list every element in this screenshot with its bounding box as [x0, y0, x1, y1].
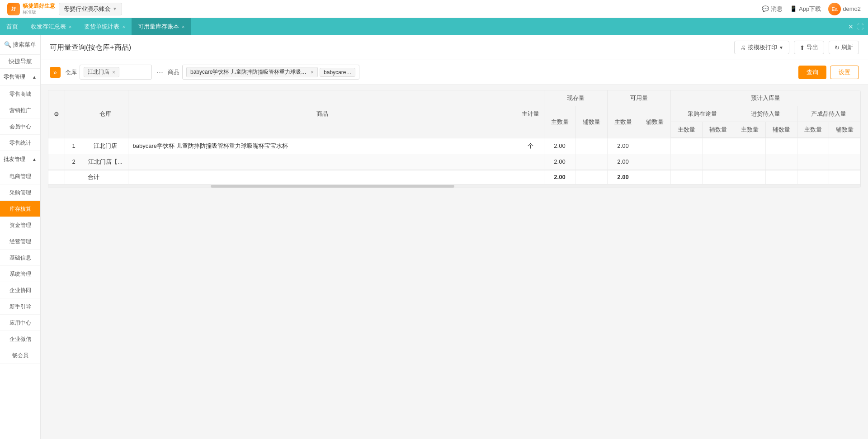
tab-home[interactable]: 首页	[0, 18, 24, 35]
sidebar-item-inventory-check[interactable]: 库存核算	[0, 201, 40, 217]
sidebar-item-finance[interactable]: 资金管理	[0, 217, 40, 233]
sidebar-item-purchase-mgmt[interactable]: 采购管理	[0, 184, 40, 201]
enterprise-wechat-label: 企业微信	[9, 335, 31, 343]
quick-nav-btn[interactable]: 快捷导航	[0, 55, 40, 69]
inventory-check-label: 库存核算	[9, 205, 31, 213]
th-stock-main: 主数量	[544, 106, 576, 138]
expand-icon[interactable]: ⛶	[857, 23, 863, 30]
sidebar-item-wholesale-mgmt[interactable]: 批发管理 ▲	[0, 151, 40, 168]
print-template-btn[interactable]: 🖨 按模板打印 ▼	[734, 41, 789, 54]
th-pur-transit: 采购在途量	[670, 106, 734, 122]
sidebar-item-marketing[interactable]: 营销推广	[0, 102, 40, 118]
arrow-icon: ▲	[32, 75, 37, 80]
app-download-btn[interactable]: 📱 App下载	[790, 5, 821, 13]
sidebar-item-retail-mall[interactable]: 零售商城	[0, 86, 40, 102]
th-incoming-main: 主数量	[734, 122, 765, 138]
warehouse-input[interactable]: 江北门店 ×	[80, 65, 152, 80]
th-main-unit: 主计量	[517, 90, 544, 138]
data-table: ⚙ 仓库 商品 主计量 现存量	[48, 90, 860, 170]
warehouse-tag-remove[interactable]: ×	[112, 69, 115, 76]
new-guide-label: 新手引导	[9, 303, 31, 311]
th-current-stock: 现存量	[544, 90, 607, 106]
product-tag1-remove[interactable]: ×	[311, 69, 314, 76]
sidebar-item-app-center[interactable]: 应用中心	[0, 315, 40, 331]
filter-expand-btn[interactable]: »	[50, 67, 61, 78]
table-footer: 合计 2.00 2.00	[48, 170, 860, 184]
tab-order-close[interactable]: ×	[122, 24, 125, 29]
horizontal-scrollbar[interactable]	[48, 184, 860, 188]
warehouse-filter-label: 仓库	[65, 68, 77, 76]
product-input[interactable]: babycare学饮杯 儿童防摔防撞吸管杯重力球吸嘴杯宝宝水杯 × babyca…	[182, 65, 359, 80]
sidebar-item-ecommerce[interactable]: 电商管理	[0, 168, 40, 184]
company-name: 母婴行业演示账套	[64, 5, 111, 13]
row2-incoming-aux	[765, 154, 797, 170]
sidebar-item-operations[interactable]: 经营管理	[0, 233, 40, 250]
tab-available-inventory[interactable]: 可用量库存账本 ×	[132, 18, 191, 35]
refresh-btn[interactable]: ↻ 刷新	[829, 41, 859, 54]
retail-stats-label: 零售统计	[9, 139, 31, 147]
logo-area: 好 畅捷通好生意 标准版	[7, 3, 55, 15]
footer-row: 合计 2.00 2.00	[48, 170, 860, 184]
username: demo2	[843, 5, 861, 12]
sidebar: 🔍 搜索菜单 快捷导航 零售管理 ▲ 零售商城 营销推广 会员中心 零售统计 批…	[0, 35, 41, 439]
footer-avail-main: 2.00	[607, 170, 639, 184]
tab-receivable-close[interactable]: ×	[69, 24, 71, 29]
finance-label: 资金管理	[9, 222, 31, 229]
export-btn[interactable]: ⬆ 导出	[794, 41, 824, 54]
table-row: 1 江北门店 babycare学饮杯 儿童防摔防撞吸管杯重力球吸嘴杯宝宝水杯 个…	[48, 138, 860, 154]
tab-order-stats[interactable]: 要货单统计表 ×	[78, 18, 131, 35]
sidebar-item-enterprise-wechat[interactable]: 企业微信	[0, 331, 40, 347]
warehouse-more[interactable]: ···	[156, 67, 163, 77]
query-btn[interactable]: 查询	[798, 66, 826, 79]
search-menu-btn[interactable]: 🔍 搜索菜单	[4, 39, 37, 51]
logo-icon: 好	[7, 3, 20, 15]
scrollbar-thumb[interactable]	[211, 185, 454, 188]
content-area: 可用量查询(按仓库+商品) 🖨 按模板打印 ▼ ⬆ 导出 ↻ 刷新 »	[41, 35, 868, 439]
top-bar: 好 畅捷通好生意 标准版 母婴行业演示账套 ▼ 💬 消息 📱 App下载 Ea …	[0, 0, 868, 18]
footer-label: 合计	[83, 170, 128, 184]
settings-btn[interactable]: 设置	[830, 66, 859, 79]
tab-receivable-summary[interactable]: 收发存汇总表 ×	[24, 18, 78, 35]
sidebar-item-retail-mgmt[interactable]: 零售管理 ▲	[0, 69, 40, 86]
sidebar-item-retail-stats[interactable]: 零售统计	[0, 135, 40, 151]
company-select[interactable]: 母婴行业演示账套 ▼	[59, 3, 122, 15]
sidebar-item-member-center[interactable]: 会员中心	[0, 118, 40, 135]
th-avail-main: 主数量	[607, 106, 639, 138]
sidebar-item-enterprise-collab[interactable]: 企业协同	[0, 282, 40, 298]
row1-finished-main	[797, 138, 829, 154]
row2-settings	[48, 154, 65, 170]
row2-pur-transit-main	[670, 154, 702, 170]
print-template-label: 按模板打印	[748, 43, 777, 52]
th-finished-main: 主数量	[797, 122, 829, 138]
sidebar-item-new-guide[interactable]: 新手引导	[0, 298, 40, 315]
filter-area: » 仓库 江北门店 × ··· 商品 babycare学饮杯 儿童防摔防撞吸管杯…	[41, 60, 868, 85]
retail-mall-label: 零售商城	[9, 90, 31, 98]
th-settings: ⚙	[48, 90, 65, 138]
sidebar-item-basic-info[interactable]: 基础信息	[0, 250, 40, 266]
top-bar-left: 好 畅捷通好生意 标准版 母婴行业演示账套 ▼	[7, 3, 122, 15]
th-stock-aux: 辅数量	[576, 106, 607, 138]
row1-avail-main: 2.00	[607, 138, 639, 154]
member-center-label: 会员中心	[9, 123, 31, 131]
tab-available-close[interactable]: ×	[182, 24, 184, 29]
footer-pur-transit-aux	[702, 170, 734, 184]
row1-warehouse: 江北门店	[83, 138, 128, 154]
message-icon: 💬	[762, 5, 769, 12]
th-pur-transit-aux: 辅数量	[702, 122, 734, 138]
top-bar-right: 💬 消息 📱 App下载 Ea demo2	[762, 3, 861, 15]
user-area[interactable]: Ea demo2	[828, 3, 861, 15]
row2-product	[128, 154, 517, 170]
row2-incoming-main	[734, 154, 765, 170]
sidebar-item-chang-member[interactable]: 畅会员	[0, 347, 40, 363]
page-header: 可用量查询(按仓库+商品) 🖨 按模板打印 ▼ ⬆ 导出 ↻ 刷新	[41, 35, 868, 60]
nav-tabs-right: ✕ ⛶	[848, 23, 868, 30]
row1-finished-aux	[829, 138, 860, 154]
product-tag1: babycare学饮杯 儿童防摔防撞吸管杯重力球吸嘴杯宝宝水杯 ×	[186, 67, 318, 77]
row2-stock-main: 2.00	[544, 154, 576, 170]
row1-product: babycare学饮杯 儿童防摔防撞吸管杯重力球吸嘴杯宝宝水杯	[128, 138, 517, 154]
print-arrow-icon: ▼	[779, 45, 783, 50]
sidebar-item-sys-mgmt[interactable]: 系统管理	[0, 266, 40, 282]
footer-product	[128, 170, 517, 184]
messages-btn[interactable]: 💬 消息	[762, 5, 783, 13]
close-all-icon[interactable]: ✕	[848, 23, 854, 30]
